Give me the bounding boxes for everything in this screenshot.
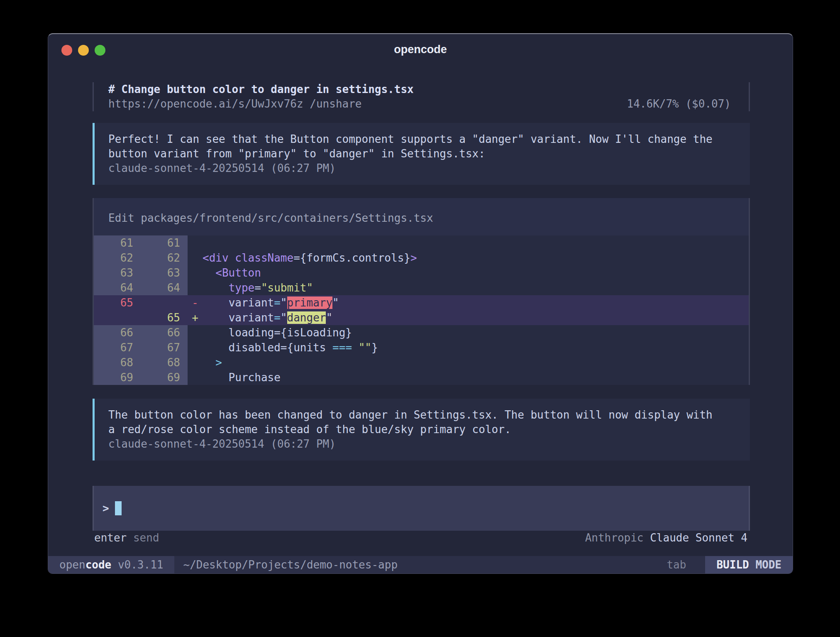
unshare-command: /unshare [310, 98, 361, 110]
diff-view: 61616262<div className={formCs.controls}… [94, 235, 749, 385]
diff-row: 6363 <Button [94, 265, 749, 280]
model-timestamp: claude-sonnet-4-20250514 (06:27 PM) [108, 161, 734, 176]
prompt-symbol: > [103, 502, 109, 514]
session-header: # Change button color to danger in setti… [93, 82, 750, 111]
diff-row: 6262<div className={formCs.controls}> [94, 250, 749, 265]
session-title: # Change button color to danger in setti… [108, 82, 732, 97]
app-name-bold: code [85, 559, 112, 571]
token-usage: 14.6K/7% ($0.07) [627, 97, 731, 111]
mode-chip[interactable]: BUILD MODE [705, 556, 793, 573]
message-line: Perfect! I can see that the Button compo… [108, 132, 734, 147]
diff-row: 6161 [94, 235, 749, 250]
enter-key-hint: enter [94, 532, 127, 544]
message-line: The button color has been changed to dan… [108, 408, 734, 422]
working-directory: ~/Desktop/Projects/demo-notes-app [183, 556, 398, 573]
diff-row: 6464 type="submit" [94, 280, 749, 295]
diff-row: 6666 loading={isLoading} [94, 325, 749, 340]
app-name-normal: open [59, 559, 85, 571]
diff-row: 6767 disabled={units === ""} [94, 340, 749, 355]
app-version: v0.3.11 [118, 559, 164, 571]
model-timestamp: claude-sonnet-4-20250514 (06:27 PM) [108, 437, 734, 451]
diff-row: 65- variant="primary" [94, 295, 749, 310]
share-url: https://opencode.ai/s/UwJxv76z [108, 98, 303, 110]
edit-tool-block: Edit packages/frontend/src/containers/Se… [93, 198, 750, 385]
app-version-chip: opencode v0.3.11 [48, 556, 174, 573]
edit-file-path: Edit packages/frontend/src/containers/Se… [94, 211, 749, 225]
window-title: opencode [48, 43, 793, 56]
title-bar[interactable]: opencode [48, 34, 793, 61]
diff-row: 6868 > [94, 355, 749, 370]
diff-row: 65+ variant="danger" [94, 310, 749, 325]
assistant-message: The button color has been changed to dan… [93, 399, 750, 461]
status-bar: opencode v0.3.11 ~/Desktop/Projects/demo… [48, 556, 793, 573]
message-line: button variant from "primary" to "danger… [108, 147, 734, 161]
tab-key-hint[interactable]: tab [667, 556, 686, 573]
app-window: opencode # Change button color to danger… [48, 33, 793, 574]
provider-name: Anthropic [585, 532, 644, 544]
model-indicator[interactable]: Anthropic Claude Sonnet 4 [585, 531, 747, 545]
prompt-input[interactable]: > [93, 486, 750, 531]
text-cursor [115, 501, 122, 515]
send-hint: send [133, 532, 159, 544]
model-name: Claude Sonnet 4 [650, 532, 747, 544]
diff-row: 6969 Purchase [94, 370, 749, 385]
mode-rest: MODE [755, 559, 781, 571]
message-line: a red/rose color scheme instead of the b… [108, 422, 734, 437]
mode-bold: BUILD [716, 559, 749, 571]
assistant-message: Perfect! I can see that the Button compo… [93, 123, 750, 185]
hint-row: enter send Anthropic Claude Sonnet 4 [94, 531, 747, 545]
